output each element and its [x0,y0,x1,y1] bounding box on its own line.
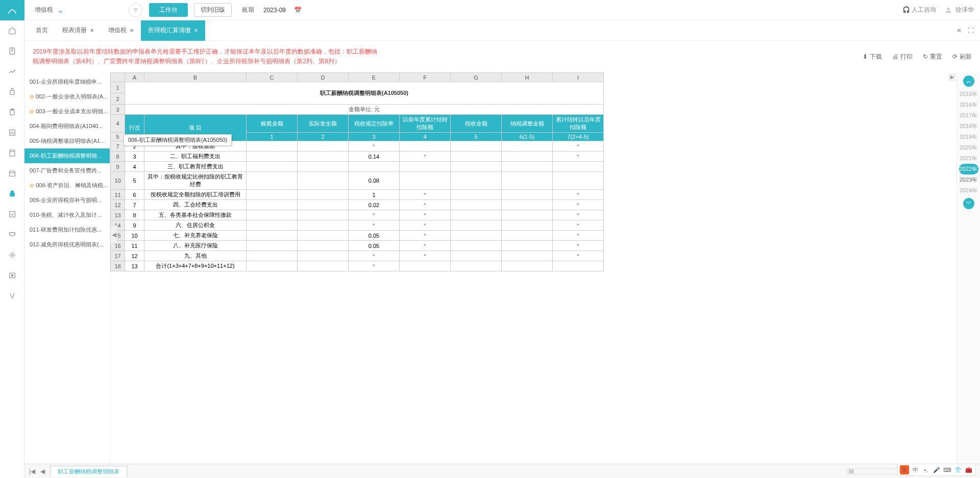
col-header[interactable]: E [349,73,400,82]
data-cell[interactable] [502,200,553,210]
row-header[interactable]: 8 [111,152,125,162]
sheet-first-icon[interactable]: |◀ [28,468,37,475]
data-cell[interactable] [451,251,502,261]
col-header[interactable]: H [502,73,553,82]
expand-icon[interactable]: ⛶ [968,27,974,34]
data-cell[interactable] [247,162,298,172]
data-cell[interactable]: * [400,200,451,210]
nav-inbox-icon[interactable] [0,224,24,245]
form-item[interactable]: 012-减免所得税优惠明细表(... [24,237,110,252]
data-cell[interactable] [247,220,298,231]
data-cell[interactable] [451,231,502,241]
nav-home-icon[interactable] [0,20,24,41]
data-cell[interactable]: * [553,200,604,210]
switch-old-button[interactable]: 切到旧版 [194,3,232,17]
data-cell[interactable] [247,251,298,261]
data-cell[interactable] [247,190,298,200]
data-cell[interactable]: * [553,152,604,162]
col-header[interactable]: C [247,73,298,82]
data-cell[interactable] [451,210,502,220]
period-value[interactable]: 2023-09 [263,7,286,14]
data-cell[interactable]: * [400,251,451,261]
form-item[interactable]: 001-企业所得税年度纳税申... [24,74,110,89]
form-item[interactable]: 009-企业所得税弥补亏损明... [24,193,110,208]
year-2019年[interactable]: 2019年 [959,132,978,142]
data-cell[interactable] [298,162,349,172]
data-cell[interactable] [502,261,553,271]
nav-doc-icon[interactable] [0,41,24,61]
data-cell[interactable] [247,172,298,190]
form-item[interactable]: 004-期间费用明细表(A1040... [24,119,110,134]
data-cell[interactable] [400,172,451,190]
data-cell[interactable] [298,210,349,220]
nav-clipboard-icon[interactable] [0,102,24,122]
data-cell[interactable]: * [349,261,400,271]
data-cell[interactable]: * [400,241,451,251]
form-item[interactable]: 007-广告费和业务宣传费跨... [24,163,110,178]
download-button[interactable]: ⬇ 下载 [863,52,882,62]
data-cell[interactable] [400,261,451,271]
data-cell[interactable] [349,162,400,172]
data-cell[interactable] [502,152,553,162]
data-cell[interactable]: * [400,231,451,241]
year-2015年[interactable]: 2015年 [959,89,978,99]
data-cell[interactable]: * [553,190,604,200]
data-cell[interactable]: * [349,210,400,220]
print-button[interactable]: 🖨 打印 [892,52,913,62]
data-cell[interactable] [298,220,349,231]
data-cell[interactable] [451,220,502,231]
sheet-prev-icon[interactable]: ◀ [38,468,47,475]
ime-tool-icon[interactable]: 🧰 [964,465,973,474]
col-header[interactable]: B [144,73,247,82]
tab-close-icon[interactable]: ✕ [90,28,94,33]
calendar-icon[interactable]: 📅 [294,7,302,14]
row-header[interactable]: 9 [111,162,125,172]
data-cell[interactable] [298,190,349,200]
data-cell[interactable] [298,172,349,190]
nav-archive-icon[interactable] [0,204,24,224]
row-header[interactable]: 1 [111,82,125,93]
row-header[interactable]: 3 [111,105,125,115]
data-cell[interactable]: * [349,220,400,231]
data-cell[interactable]: 0.02 [349,200,400,210]
data-cell[interactable] [247,210,298,220]
data-cell[interactable] [247,141,298,152]
data-cell[interactable] [298,241,349,251]
col-header[interactable]: A [125,73,144,82]
nav-video-icon[interactable] [0,265,24,286]
data-cell[interactable] [451,172,502,190]
data-cell[interactable] [553,162,604,172]
year-2024年[interactable]: 2024年 [959,185,978,196]
data-cell[interactable] [502,231,553,241]
nav-chart-icon[interactable] [0,61,24,82]
data-cell[interactable] [451,141,502,152]
ime-skin-icon[interactable]: 👕 [953,465,963,474]
year-2016年[interactable]: 2016年 [959,99,978,110]
row-header[interactable]: 11 [111,190,125,200]
year-down-button[interactable]: ︾ [963,198,974,209]
data-cell[interactable] [298,261,349,271]
data-cell[interactable] [247,231,298,241]
ime-s-icon[interactable]: S [900,465,909,474]
form-item[interactable]: ⊘003-一般企业成本支出明细... [24,104,110,119]
data-cell[interactable] [298,152,349,162]
data-cell[interactable] [502,220,553,231]
ime-mic-icon[interactable]: 🎤 [932,465,941,474]
year-2018年[interactable]: 2018年 [959,121,978,132]
form-item[interactable]: 011-研发费用加计扣除优惠... [24,222,110,237]
data-cell[interactable] [451,261,502,271]
reset-button[interactable]: ↻ 重置 [923,52,942,62]
data-cell[interactable] [502,141,553,152]
workspace-button[interactable]: 工作台 [149,3,188,17]
data-cell[interactable] [451,190,502,200]
collapse-handle[interactable]: ◀ [110,225,117,244]
col-header[interactable]: D [298,73,349,82]
data-cell[interactable] [247,152,298,162]
form-item[interactable]: 006-职工薪酬纳税调整明细... [24,148,110,163]
data-cell[interactable]: * [553,141,604,152]
data-cell[interactable] [451,241,502,251]
tax-type-selector[interactable]: 增值税 ⌄ [31,3,122,17]
nav-settings-icon[interactable] [0,245,24,265]
year-2017年[interactable]: 2017年 [959,110,978,121]
corner-cell[interactable] [111,73,125,82]
